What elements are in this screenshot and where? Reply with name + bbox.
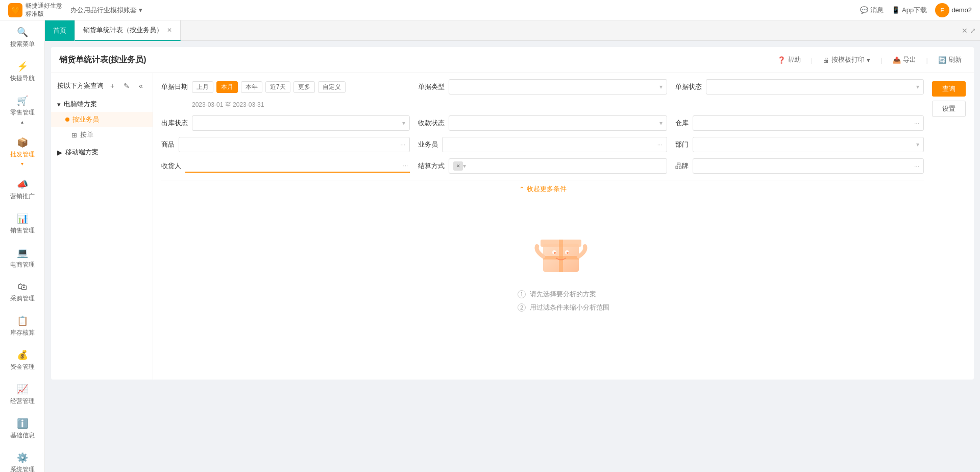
- basic-info-icon: ℹ️: [17, 418, 28, 429]
- bill-type-select[interactable]: ▾: [449, 79, 667, 95]
- scheme-sub-item-order[interactable]: ⊞ 按单: [51, 127, 153, 143]
- receiver-filter-row: 收货人 ···: [161, 158, 410, 174]
- brand-select[interactable]: ···: [693, 158, 924, 174]
- workspace-selector[interactable]: 办公用品行业模拟账套 ▾: [66, 4, 146, 17]
- brand-filter-row: 品牌 ···: [675, 158, 924, 174]
- salesperson-label: 业务员: [418, 140, 438, 149]
- out-status-label: 出库状态: [161, 119, 188, 128]
- help-button[interactable]: ❓ 帮助: [773, 53, 805, 66]
- grid-icon: ⊞: [71, 131, 77, 139]
- sidebar-item-sales[interactable]: 📊 销售管理: [2, 208, 42, 240]
- scheme-group-pc: ▾ 电脑端方案 按业务员 ⊞ 按单: [51, 97, 153, 143]
- date-btn-more[interactable]: 更多: [293, 81, 315, 93]
- receiver-more-icon: ···: [403, 162, 408, 169]
- logo-icon: 🧡: [8, 3, 22, 17]
- scheme-group-pc-header[interactable]: ▾ 电脑端方案: [51, 97, 153, 112]
- more-icon: ···: [914, 120, 919, 127]
- avatar: E: [935, 3, 949, 17]
- left-panel-actions: + ✎ «: [107, 80, 146, 91]
- tab-close-icon[interactable]: ✕: [167, 27, 172, 34]
- sidebar-item-operations[interactable]: 📈 经营管理: [2, 379, 42, 411]
- sidebar-item-finance[interactable]: 💰 资金管理: [2, 344, 42, 376]
- left-panel: 按以下方案查询 + ✎ «: [51, 73, 153, 380]
- sidebar-item-basic-info[interactable]: ℹ️ 基础信息: [2, 413, 42, 445]
- query-button[interactable]: 查询: [932, 81, 966, 97]
- page-inner: 销货单统计表(按业务员) ❓ 帮助 | 🖨 按模板打印 ▾ |: [51, 47, 974, 380]
- sidebar: 🔍 搜索菜单 ⚡ 快捷导航 🛒 零售管理 ▴ 📦 批发管理 ▾ 📣 营销推广 📊…: [0, 20, 45, 472]
- plus-icon: +: [110, 82, 114, 90]
- out-status-select[interactable]: ▾: [192, 115, 410, 131]
- date-btn-custom[interactable]: 自定义: [318, 81, 346, 93]
- date-range-text: 2023-03-01 至 2023-03-31: [192, 101, 264, 108]
- triangle-icon: ▴: [21, 119, 23, 125]
- edit-scheme-button[interactable]: ✎: [121, 80, 132, 91]
- date-filter: 上月 本月 本年 近7天 更多 自定义: [192, 81, 410, 93]
- date-btn-this-year[interactable]: 本年: [241, 81, 262, 93]
- bill-status-select[interactable]: ▾: [706, 79, 924, 95]
- svg-point-7: [567, 252, 569, 254]
- chevron-down-icon: ▾: [916, 83, 919, 90]
- maximize-icon[interactable]: ⤢: [970, 27, 976, 35]
- date-btn-last-month[interactable]: 上月: [192, 81, 213, 93]
- sidebar-item-search[interactable]: 🔍 搜索菜单: [2, 21, 42, 54]
- sidebar-item-wholesale[interactable]: 📦 批发管理 ▾: [2, 132, 42, 172]
- print-button[interactable]: 🖨 按模板打印 ▾: [819, 53, 874, 66]
- page-actions: ❓ 帮助 | 🖨 按模板打印 ▾ | 📤 导出: [773, 53, 966, 66]
- active-dot: [65, 117, 69, 122]
- finance-icon: 💰: [17, 349, 28, 361]
- help-icon: ❓: [777, 56, 786, 64]
- export-icon: 📤: [893, 56, 901, 64]
- main-layout: 🔍 搜索菜单 ⚡ 快捷导航 🛒 零售管理 ▴ 📦 批发管理 ▾ 📣 营销推广 📊…: [0, 20, 980, 472]
- close-all-icon[interactable]: ✕: [962, 27, 968, 35]
- goods-filter-row: 商品 ···: [161, 137, 410, 152]
- sidebar-item-purchase[interactable]: 🛍 采购管理: [2, 276, 42, 308]
- tab-bar: 首页 销货单统计表（按业务员） ✕ ✕ ⤢: [45, 20, 980, 41]
- collapse-filters-button[interactable]: ⌃ 收起更多条件: [161, 180, 924, 198]
- sidebar-item-marketing[interactable]: 📣 营销推广: [2, 174, 42, 206]
- date-btn-7days[interactable]: 近7天: [265, 81, 290, 93]
- app-download-button[interactable]: 📱 App下载: [892, 6, 927, 15]
- receipt-status-select[interactable]: ▾: [449, 115, 667, 131]
- salesperson-select[interactable]: ···: [442, 137, 667, 152]
- user-profile[interactable]: E demo2: [935, 3, 972, 17]
- date-btn-this-month[interactable]: 本月: [216, 81, 238, 93]
- retail-icon: 🛒: [17, 95, 28, 106]
- more-icon: ···: [657, 141, 663, 148]
- warehouse-select[interactable]: ···: [693, 115, 924, 131]
- collapse-panel-button[interactable]: «: [135, 80, 146, 91]
- collapse-left-icon: «: [139, 82, 143, 90]
- settlement-label: 结算方式: [418, 161, 445, 171]
- message-button[interactable]: 💬 消息: [860, 6, 884, 15]
- receiver-input[interactable]: [187, 162, 403, 170]
- scheme-item-salesperson[interactable]: 按业务员: [51, 112, 153, 127]
- triangle-down-icon: ▾: [21, 161, 23, 167]
- add-scheme-button[interactable]: +: [107, 80, 118, 91]
- tab-home[interactable]: 首页: [45, 20, 75, 41]
- page-content: 销货单统计表(按业务员) ❓ 帮助 | 🖨 按模板打印 ▾ |: [45, 41, 980, 472]
- sidebar-item-ecommerce[interactable]: 💻 电商管理: [2, 242, 42, 274]
- refresh-button[interactable]: 🔄 刷新: [934, 53, 966, 66]
- operations-icon: 📈: [17, 384, 28, 395]
- export-button[interactable]: 📤 导出: [889, 53, 920, 66]
- sidebar-item-inventory[interactable]: 📋 库存核算: [2, 310, 42, 342]
- topbar-left: 🧡 畅捷通好生意 标准版 办公用品行业模拟账套 ▾: [8, 2, 146, 18]
- goods-label: 商品: [161, 140, 175, 149]
- scheme-group-mobile-header[interactable]: ▶ 移动端方案: [51, 145, 153, 160]
- system-icon: ⚙️: [17, 452, 28, 463]
- page-title: 销货单统计表(按业务员): [59, 55, 146, 65]
- tab-sales-report[interactable]: 销货单统计表（按业务员） ✕: [75, 20, 181, 41]
- settings-button[interactable]: 设置: [932, 101, 966, 117]
- chevron-down-icon: ▾: [463, 162, 466, 170]
- settlement-select[interactable]: × ▾: [449, 158, 667, 174]
- sidebar-item-quick-nav[interactable]: ⚡ 快捷导航: [2, 56, 42, 88]
- triangle-right-icon: ▶: [57, 149, 62, 156]
- goods-select[interactable]: ···: [179, 137, 410, 152]
- sidebar-item-retail[interactable]: 🛒 零售管理 ▴: [2, 90, 42, 130]
- department-select[interactable]: ▾: [693, 137, 924, 152]
- sidebar-item-system[interactable]: ⚙️ 系统管理: [2, 447, 42, 472]
- svg-point-6: [554, 252, 556, 254]
- purchase-icon: 🛍: [18, 281, 27, 292]
- settlement-tag-close[interactable]: ×: [456, 162, 460, 170]
- empty-text: 1 请先选择要分析的方案 2 用过滤条件来缩小分析范围: [518, 288, 609, 314]
- topbar-right: 💬 消息 📱 App下载 E demo2: [860, 3, 972, 17]
